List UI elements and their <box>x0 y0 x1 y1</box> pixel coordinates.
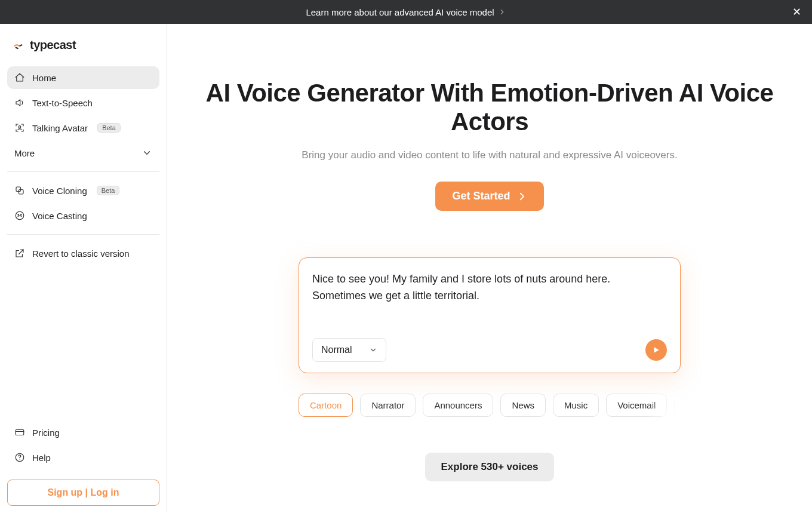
main-content: AI Voice Generator With Emotion-Driven A… <box>167 24 812 513</box>
brand-name: typecast <box>30 38 76 52</box>
svg-point-4 <box>19 126 21 128</box>
close-icon: ✕ <box>792 6 801 18</box>
sidebar-item-home[interactable]: Home <box>7 66 159 89</box>
casting-icon <box>14 210 25 221</box>
nav-primary: Home Text-to-Speech Talking Avatar Beta … <box>7 66 159 164</box>
svg-rect-2 <box>19 44 23 46</box>
explore-label: Explore 530+ voices <box>441 461 538 472</box>
announcement-banner: Learn more about our advanced AI voice m… <box>0 0 812 24</box>
category-narrator[interactable]: Narrator <box>360 394 416 417</box>
speaker-icon <box>14 97 25 108</box>
beta-badge: Beta <box>97 186 120 195</box>
voice-style-selected: Normal <box>321 345 352 355</box>
help-icon <box>14 452 25 463</box>
svg-point-8 <box>18 214 19 216</box>
sidebar-more-toggle[interactable]: More <box>7 142 159 164</box>
voice-style-select[interactable]: Normal <box>312 338 386 362</box>
category-label: Announcers <box>434 400 482 410</box>
cta-label: Get Started <box>452 190 510 202</box>
sidebar-item-tts[interactable]: Text-to-Speech <box>7 91 159 114</box>
auth-button[interactable]: Sign up | Log in <box>7 480 159 506</box>
sidebar-item-voice-cloning[interactable]: Voice Cloning Beta <box>7 179 159 202</box>
sidebar-item-label: Talking Avatar <box>32 123 88 133</box>
category-announcers[interactable]: Announcers <box>423 394 493 417</box>
sidebar-item-label: Text-to-Speech <box>32 98 93 108</box>
voice-sample-text: Nice to see you! My family and I store l… <box>312 271 667 322</box>
play-icon <box>652 346 660 354</box>
sidebar-item-revert-classic[interactable]: Revert to classic version <box>7 242 159 265</box>
category-label: Cartoon <box>310 400 342 410</box>
category-music[interactable]: Music <box>553 394 599 417</box>
card-icon <box>14 427 25 438</box>
hero-headline: AI Voice Generator With Emotion-Driven A… <box>191 79 788 161</box>
chevron-right-icon <box>516 191 527 202</box>
sidebar-item-label: Pricing <box>32 428 60 438</box>
voice-category-row: Cartoon Narrator Announcers News Music V… <box>299 394 681 417</box>
banner-learn-more-link[interactable]: Learn more about our advanced AI voice m… <box>306 7 506 17</box>
sidebar-item-talking-avatar[interactable]: Talking Avatar Beta <box>7 116 159 139</box>
category-news[interactable]: News <box>500 394 546 417</box>
clone-icon <box>14 185 25 196</box>
sidebar-item-label: Help <box>32 453 51 463</box>
sidebar-item-voice-casting[interactable]: Voice Casting <box>7 204 159 227</box>
svg-rect-10 <box>16 430 24 435</box>
svg-rect-5 <box>16 187 21 192</box>
auth-button-label: Sign up | Log in <box>47 487 119 497</box>
sidebar-item-label: Revert to classic version <box>32 248 130 259</box>
nav-secondary: Voice Cloning Beta Voice Casting <box>7 179 159 227</box>
sidebar: typecast Home Text-to-Speech Talking Ava… <box>0 24 167 513</box>
external-icon <box>14 248 25 259</box>
voice-controls: Normal <box>312 338 667 362</box>
page-title: AI Voice Generator With Emotion-Driven A… <box>191 79 788 136</box>
svg-rect-3 <box>15 47 19 49</box>
chevron-right-icon <box>498 8 506 16</box>
beta-badge: Beta <box>97 123 121 133</box>
sidebar-item-pricing[interactable]: Pricing <box>7 421 159 444</box>
category-label: Music <box>564 400 588 410</box>
sidebar-item-label: Home <box>32 73 56 83</box>
sidebar-item-label: Voice Casting <box>32 211 87 221</box>
category-kid[interactable]: Kid <box>674 394 681 417</box>
sidebar-more-label: More <box>14 148 35 158</box>
svg-point-9 <box>21 214 22 216</box>
svg-rect-6 <box>19 190 24 195</box>
play-button[interactable] <box>645 339 667 361</box>
sidebar-item-label: Voice Cloning <box>32 186 87 196</box>
category-voicemail[interactable]: Voicemail <box>606 394 667 417</box>
category-cartoon[interactable]: Cartoon <box>299 394 353 417</box>
brand-logo[interactable]: typecast <box>7 31 159 66</box>
voice-demo-card: Nice to see you! My family and I store l… <box>299 257 681 373</box>
page-subtitle: Bring your audio and video content to li… <box>191 149 788 161</box>
category-label: Narrator <box>371 400 404 410</box>
chevron-down-icon <box>369 346 377 354</box>
divider <box>7 171 159 172</box>
chevron-down-icon <box>142 148 152 158</box>
sidebar-item-help[interactable]: Help <box>7 446 159 469</box>
category-label: Voicemail <box>617 400 656 410</box>
category-label: News <box>512 400 534 410</box>
divider <box>7 234 159 235</box>
avatar-scan-icon <box>14 122 25 133</box>
home-icon <box>14 72 25 83</box>
explore-voices-button[interactable]: Explore 530+ voices <box>425 453 553 481</box>
get-started-button[interactable]: Get Started <box>435 182 543 211</box>
sidebar-bottom: Pricing Help Sign up | Log in <box>7 421 159 506</box>
banner-text: Learn more about our advanced AI voice m… <box>306 7 494 17</box>
nav-tertiary: Revert to classic version <box>7 242 159 265</box>
brand-mark-icon <box>12 39 25 52</box>
close-banner-button[interactable]: ✕ <box>792 7 801 17</box>
